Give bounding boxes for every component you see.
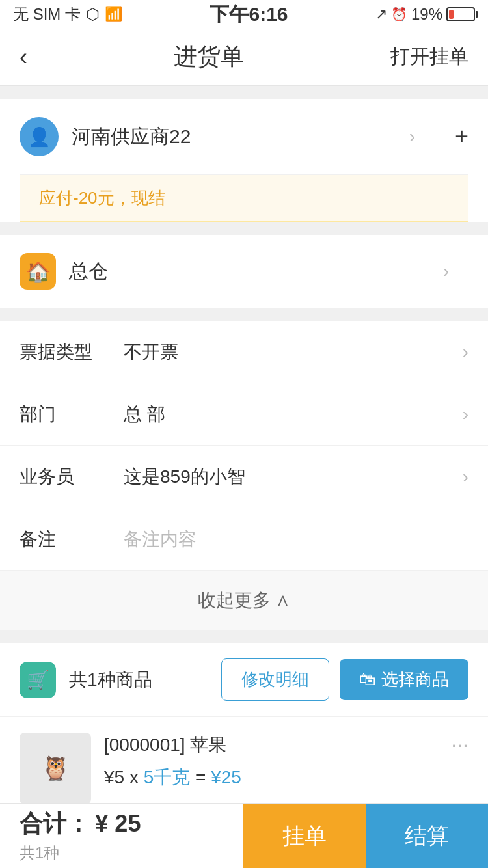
gap-1 xyxy=(0,86,488,99)
carrier-text: 无 SIM 卡 xyxy=(13,4,81,25)
summary-section: 合计： ¥ 25 共1种 xyxy=(0,804,243,868)
product-unit-price: ¥5 x xyxy=(104,767,144,787)
supplier-section: 👤 河南供应商22 › + 应付-20元，现结 xyxy=(0,99,488,222)
product-thumbnail: 🦉 xyxy=(20,733,91,804)
nav-bar: ‹ 进货单 打开挂单 xyxy=(0,29,488,86)
product-icon: 🛒 xyxy=(20,662,56,698)
select-product-icon: 🛍 xyxy=(359,670,376,690)
alarm-icon: ⏰ xyxy=(391,7,407,22)
collapse-button[interactable]: 收起更多 ∧ xyxy=(0,571,488,630)
salesperson-label: 业务员 xyxy=(20,465,124,489)
remark-row[interactable]: 备注 备注内容 xyxy=(0,508,488,571)
total-amount: 合计： ¥ 25 xyxy=(20,808,224,840)
gap-4 xyxy=(0,630,488,643)
warehouse-row[interactable]: 🏠 总仓 › xyxy=(20,235,468,308)
product-placeholder-icon: 🦉 xyxy=(41,755,70,782)
back-button[interactable]: ‹ xyxy=(20,44,27,71)
notice-text: 应付-20元，现结 xyxy=(39,188,165,208)
product-header: 🛒 共1种商品 修改明细 🛍 选择商品 xyxy=(0,643,488,716)
total-count: 共1种 xyxy=(20,843,224,863)
page-title: 进货单 xyxy=(174,41,244,73)
avatar-icon: 👤 xyxy=(28,126,51,148)
form-section: 票据类型 不开票 › 部门 总 部 › 业务员 这是859的小智 › 备注 备注… xyxy=(0,321,488,630)
product-title: 苹果 xyxy=(190,735,226,755)
product-qty: 5千克 xyxy=(144,767,191,787)
add-supplier-button[interactable]: + xyxy=(455,123,468,150)
salesperson-chevron-icon: › xyxy=(463,467,468,487)
gap-3 xyxy=(0,308,488,321)
warehouse-icon-symbol: 🏠 xyxy=(26,260,50,283)
department-label: 部门 xyxy=(20,402,124,427)
supplier-divider xyxy=(435,120,435,153)
product-equals: = xyxy=(195,767,211,787)
wifi-signal: 📶 xyxy=(105,6,122,23)
total-label: 合计： xyxy=(20,810,90,837)
location-icon: ↗ xyxy=(375,6,387,23)
warehouse-name: 总仓 xyxy=(69,258,443,285)
department-value: 总 部 xyxy=(124,402,463,427)
product-price: ¥5 x 5千克 = ¥25 xyxy=(104,765,451,790)
status-time: 下午6:16 xyxy=(210,1,288,28)
product-name: [0000001] 苹果 xyxy=(104,733,451,757)
bottom-bar: 合计： ¥ 25 共1种 挂单 结算 xyxy=(0,803,488,868)
remark-input[interactable]: 备注内容 xyxy=(124,527,468,552)
select-product-label: 选择商品 xyxy=(381,668,449,691)
warehouse-chevron-icon: › xyxy=(443,261,449,282)
supplier-avatar: 👤 xyxy=(20,117,59,156)
product-more-button[interactable]: ··· xyxy=(451,733,468,757)
total-value: ¥ 25 xyxy=(95,810,141,837)
supplier-chevron-icon[interactable]: › xyxy=(409,126,415,147)
invoice-value: 不开票 xyxy=(124,340,463,364)
invoice-chevron-icon: › xyxy=(463,342,468,362)
product-count-label: 共1种商品 xyxy=(69,668,221,692)
select-product-button[interactable]: 🛍 选择商品 xyxy=(340,659,468,700)
notice-bar: 应付-20元，现结 xyxy=(20,175,468,222)
invoice-label: 票据类型 xyxy=(20,340,124,364)
hang-button[interactable]: 挂单 xyxy=(243,804,366,868)
supplier-row: 👤 河南供应商22 › + xyxy=(20,99,468,175)
edit-detail-button[interactable]: 修改明细 xyxy=(221,658,329,701)
product-info: [0000001] 苹果 ¥5 x 5千克 = ¥25 xyxy=(104,733,451,790)
gap-2 xyxy=(0,222,488,235)
department-chevron-icon: › xyxy=(463,404,468,425)
wifi-icon: ⬡ xyxy=(86,5,100,23)
warehouse-section: 🏠 总仓 › xyxy=(0,235,488,308)
status-bar-right: ↗ ⏰ 19% xyxy=(375,5,475,23)
supplier-name: 河南供应商22 xyxy=(72,124,409,150)
checkout-button[interactable]: 结算 xyxy=(366,804,488,868)
remark-label: 备注 xyxy=(20,527,124,552)
salesperson-value: 这是859的小智 xyxy=(124,465,463,489)
salesperson-row[interactable]: 业务员 这是859的小智 › xyxy=(0,446,488,508)
warehouse-icon: 🏠 xyxy=(20,253,56,290)
status-bar: 无 SIM 卡 ⬡ 📶 下午6:16 ↗ ⏰ 19% xyxy=(0,0,488,29)
battery-icon xyxy=(446,7,475,21)
battery-fill xyxy=(449,10,454,19)
product-icon-symbol: 🛒 xyxy=(27,669,49,690)
status-bar-left: 无 SIM 卡 ⬡ 📶 xyxy=(13,4,122,25)
product-total: ¥25 xyxy=(211,767,241,787)
battery-percent: 19% xyxy=(411,5,442,23)
department-row[interactable]: 部门 总 部 › xyxy=(0,383,488,446)
invoice-row[interactable]: 票据类型 不开票 › xyxy=(0,321,488,383)
open-pending-button[interactable]: 打开挂单 xyxy=(390,44,468,70)
product-code: [0000001] xyxy=(104,735,190,755)
